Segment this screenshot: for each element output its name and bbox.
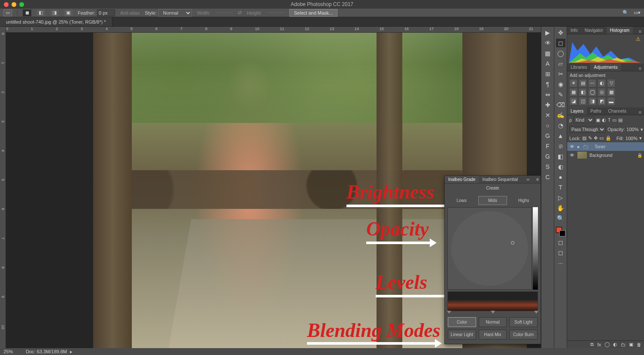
minimize-window-button[interactable]	[12, 2, 16, 7]
tab-navigator[interactable]: Navigator	[581, 27, 607, 34]
tab-layers[interactable]: Layers	[567, 107, 587, 115]
filter-type-icon[interactable]: T	[608, 117, 611, 122]
lock-artboard-icon[interactable]: ▭	[599, 135, 604, 141]
adj-bw-icon[interactable]: ◧	[579, 89, 586, 96]
panel-shortcut-icon[interactable]: ✚	[543, 101, 553, 109]
tool-icon[interactable]: ✥	[556, 28, 565, 37]
layer-kind-filter[interactable]: Kind	[574, 116, 594, 123]
tool-icon[interactable]: ✎	[556, 90, 565, 99]
blend-soft-light-button[interactable]: Soft Light	[509, 317, 538, 327]
blend-mode-select[interactable]: Pass Through	[569, 126, 606, 133]
filter-pixel-icon[interactable]: ▣	[596, 117, 600, 123]
search-icon[interactable]: 🔍	[623, 10, 629, 15]
blend-hard-mix-button[interactable]: Hard Mix	[479, 330, 507, 340]
adj-selective-icon[interactable]: ◩	[598, 98, 605, 105]
tone-mids-button[interactable]: Mids	[478, 196, 507, 205]
close-window-button[interactable]	[4, 2, 9, 7]
adj-posterize-icon[interactable]: ◫	[579, 98, 586, 105]
zoom-value[interactable]: 25%	[3, 349, 13, 354]
intersect-selection-icon[interactable]: ▣	[64, 9, 73, 16]
filter-smart-icon[interactable]: ▤	[618, 117, 623, 123]
adj-gradmap-icon[interactable]: ▬	[608, 98, 615, 105]
tool-icon[interactable]: ✋	[556, 204, 565, 212]
opacity-value[interactable]: 100%	[626, 127, 638, 132]
panel-shortcut-icon[interactable]: ⇔	[543, 90, 553, 99]
document-tab[interactable]: untitled shoot-740.jpg @ 25% (Toner, RGB…	[0, 17, 112, 26]
adj-photofilter-icon[interactable]: ◯	[589, 89, 596, 96]
adj-exposure-icon[interactable]: ◐	[598, 80, 605, 87]
tool-extra-icon[interactable]: ◻	[556, 238, 565, 247]
subtract-selection-icon[interactable]: ◨	[50, 9, 59, 16]
tool-icon[interactable]: ◯	[556, 49, 565, 58]
lock-pixels-icon[interactable]: ✎	[588, 135, 592, 141]
panel-shortcut-icon[interactable]: A	[543, 59, 553, 68]
blend-linear-light-button[interactable]: Linear Light	[448, 330, 476, 340]
tab-libraries[interactable]: Libraries	[567, 64, 590, 71]
marquee-tool-icon[interactable]: ▭	[3, 9, 12, 16]
group-icon[interactable]: 🗀	[621, 342, 626, 347]
doc-size[interactable]: Doc: 63.3M/189.8M	[26, 349, 67, 354]
lock-all-icon[interactable]: 🔒	[605, 135, 611, 141]
mask-icon[interactable]: ◯	[605, 342, 610, 347]
style-select[interactable]: Normal	[158, 9, 192, 17]
panel-shortcut-icon[interactable]: ⊞	[543, 70, 553, 78]
layer-row-background[interactable]: 👁 Background 🔒	[567, 151, 644, 159]
fill-value[interactable]: 100%	[626, 136, 638, 141]
blend-color-button[interactable]: Color	[448, 317, 476, 327]
tool-icon[interactable]: ✂	[556, 70, 565, 78]
tab-info[interactable]: Info	[567, 27, 581, 34]
panel-shortcut-icon[interactable]: S	[543, 162, 553, 171]
canvas-viewport[interactable]: Brightness Opacity Levels Blending Modes…	[6, 33, 541, 348]
panel-shortcut-icon[interactable]: 👁	[543, 39, 553, 47]
layer-name[interactable]: Toner	[595, 144, 605, 149]
tool-icon[interactable]: ▷	[556, 193, 565, 202]
levels-black-slider[interactable]	[447, 311, 451, 314]
new-selection-icon[interactable]: ◼	[23, 9, 31, 16]
brightness-strip[interactable]	[533, 207, 538, 290]
tone-highs-button[interactable]: Highs	[510, 196, 538, 205]
panel-shortcut-icon[interactable]: ▦	[543, 49, 553, 58]
tab-histogram[interactable]: Histogram	[607, 27, 633, 34]
panel-shortcut-icon[interactable]: F	[543, 142, 553, 150]
new-layer-icon[interactable]: ▣	[629, 342, 633, 347]
adj-threshold-icon[interactable]: ◨	[589, 98, 596, 105]
tool-icon[interactable]: 🔍	[556, 214, 565, 223]
trash-icon[interactable]: 🗑	[637, 342, 641, 347]
status-menu-icon[interactable]: ▸	[69, 349, 73, 354]
tool-icon[interactable]: ◧	[556, 152, 565, 161]
panel-shortcut-icon[interactable]: ○	[543, 121, 553, 130]
adj-brightness-icon[interactable]: ☀	[570, 80, 577, 87]
color-wheel[interactable]	[447, 207, 532, 290]
ruler-horizontal[interactable]: 0123456789101112131415161718192021	[6, 27, 541, 33]
adj-invert-icon[interactable]: ◪	[570, 98, 577, 105]
panel-collapse-icon[interactable]: ››	[525, 177, 531, 182]
group-twirl-icon[interactable]: ▸	[577, 144, 580, 150]
lock-position-icon[interactable]: ✥	[594, 135, 598, 141]
panel-menu-icon[interactable]: ≡	[636, 66, 644, 71]
filter-shape-icon[interactable]: ▭	[612, 117, 617, 123]
adj-lookup-icon[interactable]: ▩	[608, 89, 615, 96]
levels-histogram[interactable]	[447, 291, 538, 311]
tool-extra-icon[interactable]: ···	[556, 259, 565, 267]
panel-shortcut-icon[interactable]: G	[543, 152, 553, 161]
tool-icon[interactable]: T	[556, 183, 565, 192]
levels-white-slider[interactable]	[534, 311, 538, 314]
create-button[interactable]: Create	[447, 186, 539, 193]
layer-row-toner[interactable]: 👁 ▸ 🗀 Toner	[567, 142, 644, 151]
panel-shortcut-icon[interactable]: ▶	[543, 28, 553, 37]
layer-name[interactable]: Background	[589, 153, 612, 158]
tool-icon[interactable]: ▱	[556, 59, 565, 68]
color-wheel-puck[interactable]	[511, 241, 514, 245]
tool-icon[interactable]: ◉	[556, 80, 565, 89]
tool-icon[interactable]: ⎚	[556, 142, 565, 150]
tab-adjustments[interactable]: Adjustments	[590, 64, 621, 71]
tool-icon[interactable]: ◐	[556, 162, 565, 171]
blend-color-burn-button[interactable]: Color Burn	[509, 330, 538, 340]
tool-icon[interactable]: ◔	[556, 121, 565, 130]
link-layers-icon[interactable]: ⧉	[590, 342, 594, 347]
tab-paths[interactable]: Paths	[587, 107, 605, 115]
fill-adj-icon[interactable]: ◐	[613, 342, 617, 347]
tool-icon[interactable]: ●	[556, 173, 565, 181]
plugin-tab-sequential[interactable]: Inalbeo Sequential	[479, 176, 521, 183]
panel-menu-icon[interactable]: ≡	[535, 177, 541, 182]
